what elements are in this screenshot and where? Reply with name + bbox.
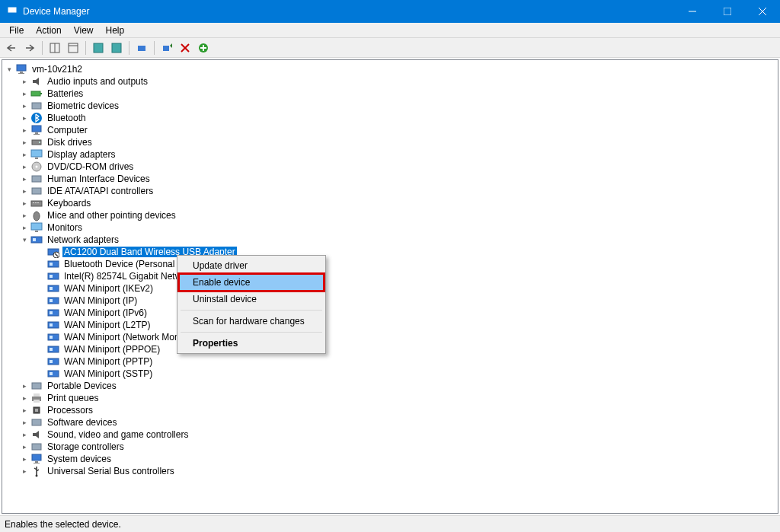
separator <box>154 41 155 55</box>
network-icon <box>30 234 43 246</box>
expand-toggle[interactable]: ▸ <box>21 455 29 464</box>
tree-item[interactable]: ▸Portable Devices <box>4 380 776 392</box>
tree-item[interactable]: ▸Storage controllers <box>4 441 776 453</box>
expand-toggle[interactable]: ▸ <box>21 102 29 110</box>
tree-item-label: WAN Miniport (L2TP) <box>62 320 152 330</box>
update-driver-button[interactable] <box>133 40 150 56</box>
context-menu: Update driver Enable device Uninstall de… <box>177 255 326 354</box>
tree-item[interactable]: ▸Display adapters <box>4 148 776 161</box>
tree-item[interactable]: ▸System devices <box>4 453 776 465</box>
tree-item[interactable]: ▸Keyboards <box>4 197 776 209</box>
tree-item[interactable]: ▸Biometric devices <box>4 100 776 112</box>
expand-toggle[interactable]: ▸ <box>21 199 29 208</box>
expand-toggle[interactable]: ▸ <box>21 114 29 123</box>
tree-item-label: Storage controllers <box>46 441 126 452</box>
expand-toggle[interactable]: ▸ <box>21 126 29 135</box>
expand-toggle[interactable]: ▸ <box>21 175 29 183</box>
show-hide-console-button[interactable] <box>46 40 63 56</box>
net-disabled-icon <box>47 246 59 258</box>
tree-item[interactable]: ▸Human Interface Devices <box>4 173 776 185</box>
scan-hardware-button[interactable] <box>158 40 175 56</box>
enable-button[interactable] <box>195 40 212 56</box>
tree-item[interactable]: WAN Miniport (IPv6) <box>4 307 776 319</box>
expand-toggle[interactable]: ▾ <box>21 236 29 244</box>
menu-action[interactable]: Action <box>30 24 67 37</box>
menu-help[interactable]: Help <box>100 24 131 37</box>
app-icon <box>6 5 18 18</box>
tree-item[interactable]: WAN Miniport (SSTP) <box>4 368 776 380</box>
tree-item[interactable]: Intel(R) 82574L Gigabit Network <box>4 270 776 282</box>
net-icon <box>47 355 59 368</box>
tree-item[interactable]: ▾vm-10v21h2 <box>4 63 776 75</box>
help-button[interactable] <box>90 40 107 56</box>
tree-item[interactable]: ▸Print queues <box>4 392 776 404</box>
tree-item[interactable]: ▸IDE ATA/ATAPI controllers <box>4 185 776 197</box>
tree-item[interactable]: ▸Audio inputs and outputs <box>4 75 776 88</box>
device-tree-panel[interactable]: ▾vm-10v21h2▸Audio inputs and outputs▸Bat… <box>2 59 778 514</box>
tree-item-label: Keyboards <box>46 198 92 209</box>
expand-toggle[interactable]: ▸ <box>21 406 29 415</box>
keyboard-icon <box>30 197 43 209</box>
tree-item-label: Audio inputs and outputs <box>46 76 149 87</box>
expand-toggle[interactable]: ▸ <box>21 394 29 403</box>
tree-item[interactable]: WAN Miniport (L2TP) <box>4 319 776 331</box>
tree-item-label: Disk drives <box>46 137 94 148</box>
expand-toggle[interactable]: ▸ <box>21 382 29 390</box>
tree-item[interactable]: ▸Disk drives <box>4 136 776 148</box>
tree-item[interactable]: ▸Sound, video and game controllers <box>4 428 776 441</box>
expand-toggle[interactable]: ▸ <box>21 443 29 451</box>
net-icon <box>47 282 59 295</box>
tree-item[interactable]: WAN Miniport (Network Monit <box>4 331 776 343</box>
tree-item[interactable]: ▸DVD/CD-ROM drives <box>4 161 776 173</box>
context-uninstall-device[interactable]: Uninstall device <box>179 291 324 307</box>
expand-toggle[interactable]: ▸ <box>21 151 29 159</box>
close-button[interactable] <box>745 0 780 23</box>
expand-toggle[interactable]: ▸ <box>21 187 29 196</box>
context-scan-hardware[interactable]: Scan for hardware changes <box>179 313 324 330</box>
menu-view[interactable]: View <box>68 24 100 37</box>
tree-item[interactable]: ▸Computer <box>4 124 776 136</box>
tree-item[interactable]: ▸Monitors <box>4 221 776 234</box>
tree-item[interactable]: WAN Miniport (IP) <box>4 295 776 307</box>
expand-toggle[interactable]: ▸ <box>21 467 29 476</box>
properties-button[interactable] <box>65 40 82 56</box>
tree-item[interactable]: AC1200 Dual Band Wireless USB Adapter <box>4 246 776 258</box>
context-separator <box>181 310 322 311</box>
context-update-driver[interactable]: Update driver <box>179 257 324 274</box>
expand-toggle[interactable]: ▸ <box>21 212 29 220</box>
tree-item[interactable]: WAN Miniport (PPPOE) <box>4 343 776 355</box>
action-button[interactable] <box>108 40 125 56</box>
expand-toggle[interactable]: ▸ <box>21 139 29 147</box>
tree-item[interactable]: ▸Batteries <box>4 88 776 100</box>
expand-toggle[interactable]: ▸ <box>21 90 29 98</box>
tree-item[interactable]: ▸Processors <box>4 404 776 416</box>
tree-item[interactable]: WAN Miniport (IKEv2) <box>4 282 776 295</box>
uninstall-button[interactable] <box>177 40 193 56</box>
expand-toggle[interactable]: ▸ <box>21 431 29 439</box>
tree-item-label: Human Interface Devices <box>46 174 152 184</box>
tree-item[interactable]: Bluetooth Device (Personal Are <box>4 258 776 270</box>
tree-item[interactable]: WAN Miniport (PPTP) <box>4 355 776 368</box>
tree-item[interactable]: ▸Universal Serial Bus controllers <box>4 465 776 477</box>
maximize-button[interactable] <box>710 0 745 23</box>
menu-file[interactable]: File <box>3 24 30 37</box>
tree-item[interactable]: ▸Software devices <box>4 416 776 428</box>
expand-toggle[interactable]: ▸ <box>21 224 29 232</box>
tree-item[interactable]: ▸Mice and other pointing devices <box>4 209 776 221</box>
titlebar: Device Manager <box>0 0 780 23</box>
tree-item[interactable]: ▸Bluetooth <box>4 112 776 124</box>
back-button[interactable] <box>3 40 20 56</box>
bluetooth-icon <box>30 112 43 124</box>
printer-icon <box>30 392 43 404</box>
tree-item[interactable]: ▾Network adapters <box>4 234 776 246</box>
tree-item-label: WAN Miniport (SSTP) <box>62 368 154 379</box>
expand-toggle[interactable]: ▸ <box>21 163 29 171</box>
context-enable-device[interactable]: Enable device <box>179 274 324 291</box>
minimize-button[interactable] <box>675 0 710 23</box>
expand-toggle[interactable]: ▾ <box>5 65 14 74</box>
context-properties[interactable]: Properties <box>179 335 324 352</box>
forward-button[interactable] <box>21 40 38 56</box>
expand-toggle[interactable]: ▸ <box>21 78 29 86</box>
expand-toggle[interactable]: ▸ <box>21 419 29 427</box>
net-icon <box>47 258 59 270</box>
